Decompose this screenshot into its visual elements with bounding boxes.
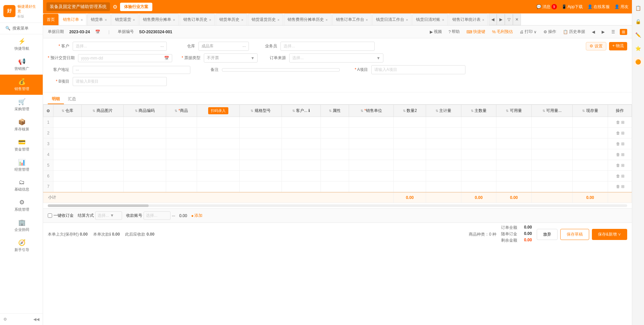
copy-icon-5[interactable]: ⊞: [621, 163, 624, 168]
row-available2-2[interactable]: [531, 128, 572, 138]
sidebar-item-system[interactable]: ⚙ 系统管理: [0, 195, 43, 215]
tab-sales-bill[interactable]: 销货单 ×: [87, 14, 110, 25]
row-attr-1[interactable]: [320, 117, 349, 128]
sidebar-item-business[interactable]: 📊 经营管理: [0, 155, 43, 175]
right-panel-icon-2[interactable]: 🔒: [634, 17, 643, 26]
row-scan-2[interactable]: [197, 128, 239, 138]
copy-icon-2[interactable]: ⊞: [621, 131, 624, 135]
row-warehouse-2[interactable]: [53, 128, 82, 138]
sidebar-item-sales[interactable]: 💰 销售管理: [0, 75, 43, 95]
discard-btn[interactable]: 放弃: [537, 229, 558, 240]
tab-detail[interactable]: 明细: [48, 94, 64, 104]
invoice-select[interactable]: 不开票 ▼: [204, 53, 258, 63]
close-order-history[interactable]: ×: [209, 18, 211, 22]
close-order-workbench[interactable]: ×: [366, 18, 368, 22]
help-btn[interactable]: ? 帮助: [447, 28, 462, 35]
delete-icon-5[interactable]: 🗑: [616, 163, 620, 168]
tab-daily-reconcile[interactable]: 钱货日清对账 ×: [412, 14, 448, 25]
sidebar-item-enterprise[interactable]: 🏢 企业协同: [0, 215, 43, 236]
row-qty2-1[interactable]: [394, 117, 426, 128]
row-qty2-2[interactable]: [394, 128, 426, 138]
topbar-btn[interactable]: 体验行业方案: [120, 3, 152, 11]
tab-order-history[interactable]: 销售订单历史 ×: [180, 14, 215, 25]
copy-icon-7[interactable]: ⊞: [621, 184, 624, 189]
add-payment-btn[interactable]: ● 添加: [191, 213, 202, 218]
col-settings[interactable]: ⚙: [43, 105, 53, 117]
shortcut-btn[interactable]: ⌨ 快捷键: [464, 28, 487, 35]
tab-order-workbench[interactable]: 销售订单工作台 ×: [332, 14, 372, 25]
search-menu[interactable]: 🔍 搜索菜单: [0, 23, 43, 34]
staff-input[interactable]: 选择...: [280, 42, 375, 51]
close-stats[interactable]: ×: [482, 18, 484, 22]
row-current-1[interactable]: [573, 117, 608, 128]
row-image-2[interactable]: [81, 128, 124, 138]
tab-sales-order[interactable]: 销售订单 ×: [59, 14, 86, 25]
checkout-check[interactable]: [48, 213, 52, 218]
history-btn[interactable]: 📋 历史单据: [561, 28, 587, 35]
sidebar-item-finance[interactable]: 💳 资金管理: [0, 135, 43, 155]
scan-btn[interactable]: 扫码录入: [208, 107, 228, 114]
close-sales-return[interactable]: ×: [133, 18, 135, 22]
row-customer-code-1[interactable]: [282, 117, 321, 128]
delete-icon-1[interactable]: 🗑: [616, 120, 620, 125]
order-source-input[interactable]: 选择... ▼: [289, 53, 383, 63]
row-main-unit-2[interactable]: [426, 128, 461, 138]
print-btn[interactable]: 🖨 打印 ∨: [518, 28, 539, 35]
account-select[interactable]: 选择...: [144, 211, 171, 220]
col-scan[interactable]: 扫码录入: [197, 105, 239, 117]
row-available2-1[interactable]: [531, 117, 572, 128]
sidebar-item-purchase[interactable]: 🛒 采购管理: [0, 95, 43, 115]
payment-method-select[interactable]: 选择... ▼: [95, 211, 122, 220]
right-panel-icon-4[interactable]: ⭐: [634, 44, 643, 53]
tab-bill-history[interactable]: 销货单历史 ×: [216, 14, 247, 25]
sidebar-item-basic[interactable]: 🗂 基础信息: [0, 175, 43, 195]
user-avatar[interactable]: 👤 用友: [614, 4, 629, 10]
right-panel-icon-1[interactable]: 📋: [634, 3, 643, 13]
sidebar-item-inventory[interactable]: 📦 库存核算: [0, 115, 43, 135]
system-name[interactable]: 装备及固定资产辅助管理系统: [46, 2, 110, 11]
sidebar-item-quick-nav[interactable]: ⚡ 快捷导航: [0, 34, 43, 54]
delete-icon-6[interactable]: 🗑: [616, 174, 620, 178]
row-main-qty-1[interactable]: [461, 117, 496, 128]
remark-input[interactable]: [222, 68, 340, 72]
tab-stats[interactable]: 销售订单统计表 ×: [449, 14, 488, 25]
close-bill-history[interactable]: ×: [241, 18, 243, 22]
add-product-btn[interactable]: + 物流: [609, 42, 627, 50]
close-sales-order[interactable]: ×: [81, 18, 83, 22]
tab-close-all[interactable]: ✕: [513, 14, 521, 25]
delete-icon-7[interactable]: 🗑: [616, 184, 620, 189]
row-spec-2[interactable]: [239, 128, 282, 138]
list-view-btn[interactable]: ☰: [609, 29, 617, 35]
tab-expense-history[interactable]: 销售费用分摊单历史 ×: [284, 14, 331, 25]
delivery-input[interactable]: yyyy-mm-dd 📅: [78, 54, 172, 62]
online-service-item[interactable]: 👤 在线客服: [588, 4, 610, 10]
close-expense-history[interactable]: ×: [326, 18, 328, 22]
tab-sales-return[interactable]: 销货退货 ×: [111, 14, 139, 25]
row-available-2[interactable]: [496, 128, 532, 138]
row-main-qty-2[interactable]: [461, 128, 496, 138]
copy-icon-3[interactable]: ⊞: [621, 141, 624, 146]
profit-btn[interactable]: % 毛利预估: [490, 28, 515, 35]
sidebar-item-guide[interactable]: 🧭 新手引导: [0, 236, 43, 256]
delete-icon-3[interactable]: 🗑: [616, 141, 620, 146]
checkout-checkbox[interactable]: 一键收订金: [48, 213, 74, 218]
row-unit-2[interactable]: [349, 128, 394, 138]
close-return-history[interactable]: ×: [277, 18, 279, 22]
right-panel-icon-5[interactable]: 🟠: [634, 57, 643, 67]
tab-home[interactable]: 首页: [43, 14, 59, 25]
row-unit-1[interactable]: [349, 117, 394, 128]
project-b-input[interactable]: 请输入B项目: [73, 77, 167, 86]
tab-summary[interactable]: 汇总: [64, 94, 80, 104]
sidebar-item-marketing[interactable]: 📢 营销推广: [0, 54, 43, 75]
right-panel-icon-3[interactable]: ✏️: [634, 30, 643, 40]
row-scan-1[interactable]: [197, 117, 239, 128]
scrollbar-thumb[interactable]: [48, 204, 149, 207]
close-daily-workbench[interactable]: ×: [406, 18, 408, 22]
draft-btn[interactable]: 保存草稿: [560, 229, 589, 240]
row-image-1[interactable]: [81, 117, 124, 128]
settings-bottom-icon[interactable]: ⚙: [3, 317, 7, 322]
project-a-input[interactable]: 请输入A项目: [371, 65, 465, 74]
address-input[interactable]: ···: [73, 66, 190, 74]
row-product-1[interactable]: [166, 117, 197, 128]
row-warehouse-1[interactable]: [53, 117, 82, 128]
